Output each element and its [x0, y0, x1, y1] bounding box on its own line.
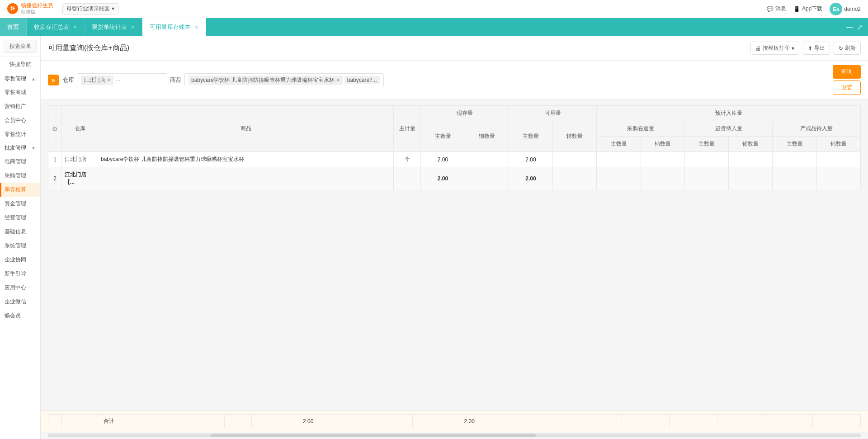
row1-inc-aux — [729, 152, 773, 167]
row2-stock-main: 2.00 — [421, 167, 465, 190]
logo-icon: 好 — [7, 3, 18, 14]
app-download-button[interactable]: 📱 App下载 — [793, 5, 822, 13]
message-icon: 💬 — [767, 6, 774, 12]
total-row: 合计 2.00 2.00 — [41, 410, 868, 432]
filter-toggle-button[interactable]: » — [48, 75, 59, 85]
chevron-down-icon: ▾ — [112, 5, 114, 12]
sidebar-item-guide[interactable]: 新手引导 — [0, 267, 40, 281]
user-profile[interactable]: Ea demo2 — [830, 3, 861, 15]
row1-prod-main — [773, 152, 816, 167]
message-button[interactable]: 💬 消息 — [767, 5, 786, 13]
sidebar-item-basic[interactable]: 基础信息 — [0, 225, 40, 239]
sidebar-item-app-center[interactable]: 应用中心 — [0, 281, 40, 295]
row2-avail-main: 2.00 — [509, 167, 552, 190]
sidebar-item-marketing[interactable]: 营销推广 — [0, 99, 40, 113]
warehouse-more-indicator: ··· — [115, 76, 121, 84]
product-tag-1: babycare学饮杯 儿童防摔防撞吸管杯重力球吸嘴杯宝宝水杯 ✕ — [189, 76, 343, 85]
row2-pur-aux — [641, 167, 684, 190]
product-tag-2: babycare?... — [344, 76, 380, 84]
query-button[interactable]: 查询 — [833, 65, 861, 79]
sidebar-item-wechat[interactable]: 企业微信 — [0, 295, 40, 309]
row1-warehouse: 江北门店 — [62, 152, 98, 167]
top-bar-right: 💬 消息 📱 App下载 Ea demo2 — [767, 3, 861, 15]
tab-available[interactable]: 可用量库存账本 ✕ — [142, 18, 206, 36]
page-title: 可用量查询(按仓库+商品) — [48, 43, 129, 53]
horizontal-scrollbar-thumb[interactable] — [211, 434, 536, 437]
stock-aux-qty-header: 辅数量 — [465, 121, 509, 152]
sidebar-item-finance[interactable]: 资金管理 — [0, 197, 40, 211]
product-filter-input[interactable]: babycare学饮杯 儿童防摔防撞吸管杯重力球吸嘴杯宝宝水杯 ✕ babyca… — [184, 73, 384, 87]
sidebar-item-member[interactable]: 会员中心 — [0, 113, 40, 127]
incoming-pending-aux: 辅数量 — [729, 137, 773, 152]
stock-main-qty-header: 主数量 — [421, 121, 465, 152]
row1-unit: 个 — [394, 152, 421, 167]
top-bar-left: 好 畅捷通好生意 标准版 母婴行业演示账套 ▾ — [7, 2, 118, 15]
print-button[interactable]: 🖨 按模板打印 ▾ — [750, 42, 799, 55]
column-settings-icon[interactable]: ⚙ — [52, 125, 58, 132]
setting-button[interactable]: 设置 — [833, 80, 861, 95]
sidebar-item-operation[interactable]: 经营管理 — [0, 211, 40, 225]
horizontal-scrollbar-area — [41, 432, 868, 439]
sidebar-item-quick-nav[interactable]: 快捷导航 — [0, 57, 40, 72]
logo-area: 好 畅捷通好生意 标准版 — [7, 2, 53, 15]
minimize-icon[interactable]: — — [846, 23, 853, 31]
warehouse-filter-input[interactable]: 江北门店 ✕ ··· — [77, 73, 167, 87]
tab-receive[interactable]: 收发存汇总表 ✕ — [27, 18, 85, 36]
tab-window-actions: — ⤢ — [840, 18, 868, 36]
purchase-transit-aux: 辅数量 — [641, 137, 684, 152]
avatar: Ea — [830, 3, 842, 15]
filter-area: » 仓库 江北门店 ✕ ··· 商品 babycare学饮杯 儿童防摔防撞吸管杯… — [41, 61, 868, 100]
product-tag1-close[interactable]: ✕ — [336, 77, 340, 83]
page-header: 可用量查询(按仓库+商品) 🖨 按模板打印 ▾ ⬆ 导出 ↻ 刷新 — [41, 36, 868, 61]
tab-close-order-stat[interactable]: ✕ — [131, 24, 135, 30]
product-pending-aux: 辅数量 — [816, 137, 860, 152]
warehouse-col-header: 仓库 — [62, 106, 98, 152]
wholesale-arrow-icon: ▼ — [31, 146, 36, 151]
app-icon: 📱 — [793, 6, 800, 12]
total-stock-main: 2.00 — [251, 415, 365, 428]
sidebar-item-purchase[interactable]: 采购管理 — [0, 169, 40, 183]
refresh-button[interactable]: ↻ 刷新 — [834, 42, 861, 55]
export-button[interactable]: ⬆ 导出 — [803, 42, 830, 55]
product-filter-label: 商品 — [170, 76, 182, 84]
table-row: 1 江北门店 babycare学饮杯 儿童防摔防撞吸管杯重力球吸嘴杯宝宝水杯 个… — [48, 152, 861, 167]
avail-aux-qty-header: 辅数量 — [553, 121, 597, 152]
sidebar-item-ecommerce[interactable]: 电商管理 — [0, 155, 40, 169]
row2-avail-aux — [553, 167, 597, 190]
row1-pur-aux — [641, 152, 684, 167]
product-col-header: 商品 — [98, 106, 394, 152]
product-pending-main: 主数量 — [773, 137, 816, 152]
tab-close-available[interactable]: ✕ — [194, 24, 198, 30]
export-icon: ⬆ — [808, 45, 812, 52]
row2-pur-main — [597, 167, 641, 190]
sidebar-item-wholesale[interactable]: 批发管理 ▼ — [0, 142, 40, 155]
sidebar-item-retail[interactable]: 零售管理 ▲ — [0, 72, 40, 85]
search-menu-button[interactable]: 搜索菜单 — [4, 40, 37, 53]
row1-seq: 1 — [48, 152, 62, 167]
settings-col-header: ⚙ — [48, 106, 62, 152]
warehouse-tag-close[interactable]: ✕ — [107, 77, 111, 83]
sidebar-item-member2[interactable]: 畅会员 — [0, 309, 40, 323]
row2-product — [98, 167, 394, 190]
tab-order-stat[interactable]: 要货单统计表 ✕ — [85, 18, 142, 36]
row1-pur-main — [597, 152, 641, 167]
sidebar-item-enterprise[interactable]: 企业协同 — [0, 253, 40, 267]
sidebar-item-system[interactable]: 系统管理 — [0, 239, 40, 253]
print-arrow-icon: ▾ — [792, 45, 794, 52]
sidebar-item-inventory[interactable]: 库存核算 — [0, 183, 40, 197]
horizontal-scrollbar-track[interactable] — [48, 434, 861, 437]
forecast-inbound-header: 预计入库量 — [597, 106, 861, 121]
industry-selector[interactable]: 母婴行业演示账套 ▾ — [62, 3, 118, 14]
retail-arrow-icon: ▲ — [31, 76, 36, 81]
sidebar-item-retail-shop[interactable]: 零售商城 — [0, 85, 40, 99]
sidebar-item-retail-stat[interactable]: 零售统计 — [0, 127, 40, 142]
top-bar: 好 畅捷通好生意 标准版 母婴行业演示账套 ▾ 💬 消息 📱 App下载 Ea … — [0, 0, 868, 18]
tab-close-receive[interactable]: ✕ — [73, 24, 77, 30]
tab-home[interactable]: 首页 — [0, 18, 27, 36]
available-tab-label: 可用量库存账本 — [150, 23, 191, 31]
incoming-pending-main: 主数量 — [684, 137, 728, 152]
maximize-icon[interactable]: ⤢ — [857, 23, 863, 32]
row2-unit — [394, 167, 421, 190]
row1-inc-main — [684, 152, 728, 167]
current-stock-header: 现存量 — [421, 106, 509, 121]
